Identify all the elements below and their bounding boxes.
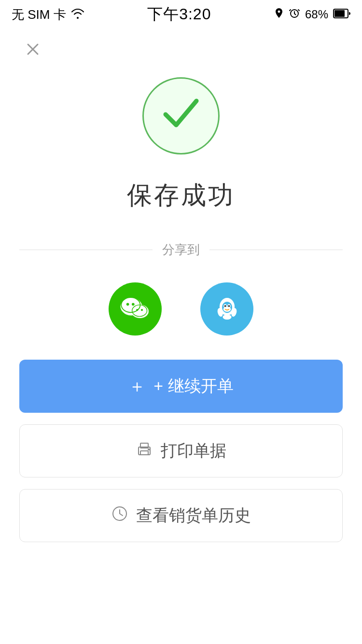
- svg-point-11: [132, 303, 135, 306]
- no-sim-text: 无 SIM 卡: [12, 6, 66, 23]
- svg-point-13: [141, 309, 143, 311]
- main-content: 保存成功 分享到: [0, 29, 362, 542]
- battery-percent-text: 68%: [305, 8, 328, 21]
- svg-point-20: [224, 305, 226, 307]
- battery-icon: [333, 8, 350, 21]
- svg-point-10: [126, 303, 129, 306]
- plus-icon: ＋: [128, 375, 146, 398]
- svg-point-25: [223, 314, 231, 319]
- share-divider: 分享到: [19, 241, 343, 258]
- history-button[interactable]: 查看销货单历史: [19, 489, 343, 542]
- history-label: 查看销货单历史: [136, 504, 251, 527]
- share-label: 分享到: [162, 241, 200, 258]
- status-left: 无 SIM 卡: [12, 6, 84, 23]
- divider-left: [19, 250, 153, 250]
- action-buttons: ＋ + 继续开单 打印单据 查看销货单历史: [0, 360, 362, 542]
- checkmark-icon: [162, 96, 200, 136]
- print-label: 打印单据: [161, 440, 226, 462]
- print-button[interactable]: 打印单据: [19, 424, 343, 477]
- alarm-icon: [289, 7, 300, 22]
- status-bar: 无 SIM 卡 下午3:20 68%: [0, 0, 362, 29]
- clock-icon: [111, 505, 128, 526]
- share-section: 分享到: [0, 241, 362, 336]
- success-circle: [142, 77, 220, 154]
- location-icon: [274, 7, 284, 22]
- wifi-icon: [71, 7, 84, 22]
- continue-label: + 继续开单: [153, 375, 233, 397]
- status-time: 下午3:20: [147, 4, 211, 25]
- qq-share-button[interactable]: [200, 282, 253, 336]
- svg-rect-28: [140, 451, 148, 455]
- svg-point-22: [223, 307, 231, 311]
- printer-icon: [136, 440, 153, 462]
- continue-button[interactable]: ＋ + 继续开单: [19, 360, 343, 413]
- success-title: 保存成功: [127, 179, 235, 212]
- svg-point-21: [228, 305, 230, 307]
- wechat-share-button[interactable]: [109, 282, 162, 336]
- svg-rect-2: [334, 10, 345, 17]
- close-button[interactable]: [21, 38, 44, 61]
- svg-point-29: [148, 448, 150, 450]
- divider-right: [209, 250, 343, 250]
- share-icons: [19, 282, 343, 336]
- status-right: 68%: [274, 7, 350, 22]
